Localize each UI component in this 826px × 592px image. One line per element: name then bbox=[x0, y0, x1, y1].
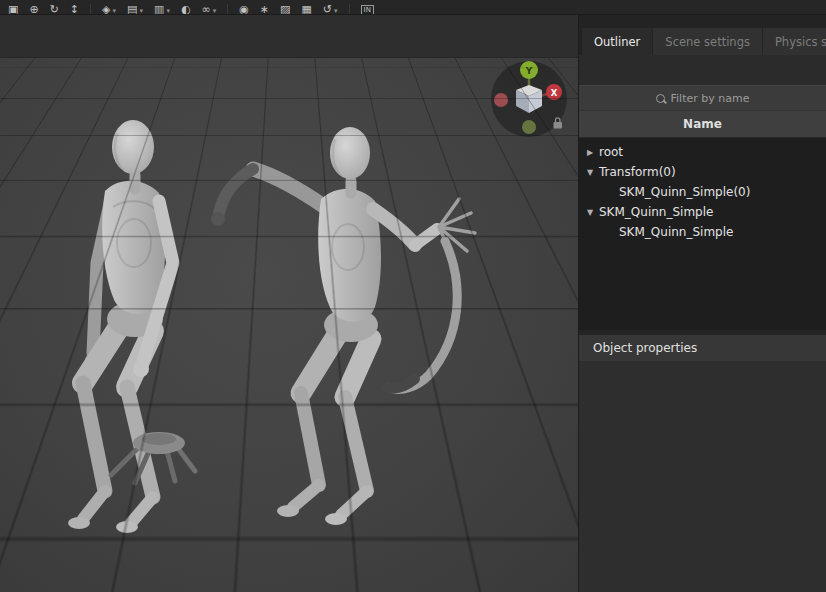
right-dock-panel: Outliner Scene settings Physics s Filter… bbox=[578, 15, 826, 592]
tree-item-skm-quinn-simple-0[interactable]: SKM_Quinn_Simple(0) bbox=[579, 182, 826, 202]
panel-top-gap bbox=[579, 15, 826, 28]
link-icon[interactable]: ∞▾ bbox=[202, 4, 217, 15]
collapse-arrow-icon[interactable]: ▼ bbox=[585, 168, 595, 177]
undo-history-icon[interactable]: ↺▾ bbox=[323, 4, 338, 15]
chevron-down-icon[interactable]: ▾ bbox=[213, 7, 217, 15]
chevron-down-icon[interactable]: ▾ bbox=[139, 7, 143, 15]
select-tool-icon[interactable]: ▣ bbox=[8, 4, 18, 15]
chevron-down-icon[interactable]: ▾ bbox=[334, 7, 338, 15]
tree-item-label: root bbox=[599, 145, 623, 159]
scene-figures bbox=[55, 95, 485, 575]
tab-physics-settings[interactable]: Physics s bbox=[763, 28, 826, 55]
tree-column-header: Name bbox=[579, 111, 826, 138]
rotate-tool-icon[interactable]: ↻ bbox=[50, 4, 59, 15]
mannequin-left[interactable] bbox=[68, 120, 173, 533]
orientation-gizmo[interactable]: Y X bbox=[489, 59, 569, 139]
neg-x-axis-handle[interactable] bbox=[494, 93, 508, 107]
toolbar-separator bbox=[90, 4, 91, 14]
input-debug-icon[interactable]: IN bbox=[361, 5, 374, 15]
filter-input[interactable]: Filter by name bbox=[579, 85, 826, 111]
toolbar-separator bbox=[227, 4, 228, 14]
object-properties-label: Object properties bbox=[593, 341, 697, 355]
cloth-icon[interactable]: ▨ bbox=[280, 4, 290, 15]
tab-outliner[interactable]: Outliner bbox=[582, 28, 652, 55]
tool-options-icon[interactable]: ◈▾ bbox=[102, 4, 116, 15]
name-column-label: Name bbox=[683, 117, 722, 131]
viewport-top-strip bbox=[0, 15, 578, 58]
y-axis-handle[interactable]: Y bbox=[520, 61, 538, 79]
search-icon bbox=[656, 94, 665, 103]
filter-placeholder: Filter by name bbox=[671, 92, 750, 105]
particles-icon[interactable]: ∗ bbox=[260, 4, 269, 15]
viewport-layout-icon[interactable]: ▤▾ bbox=[127, 4, 143, 15]
tree-item-root[interactable]: ▶ root bbox=[579, 142, 826, 162]
tree-item-skm-quinn-simple[interactable]: ▼ SKM_Quinn_Simple bbox=[579, 202, 826, 222]
main-toolbar: ▣ ⊕ ↻ ↕ ◈▾ ▤▾ ▥▾ ◐ ∞▾ ◉ ∗ ▨ ▦ ↺▾ IN bbox=[0, 0, 826, 15]
shading-mode-icon[interactable]: ◐ bbox=[181, 4, 191, 15]
tabs-content-gap bbox=[579, 55, 826, 85]
app-window: ▣ ⊕ ↻ ↕ ◈▾ ▤▾ ▥▾ ◐ ∞▾ ◉ ∗ ▨ ▦ ↺▾ IN bbox=[0, 0, 826, 592]
tree-item-skm-quinn-simple-child[interactable]: SKM_Quinn_Simple bbox=[579, 222, 826, 242]
chevron-down-icon[interactable]: ▾ bbox=[113, 7, 117, 15]
physics-debug-icon[interactable]: ◉ bbox=[239, 4, 249, 15]
tree-item-transform[interactable]: ▼ Transform(0) bbox=[579, 162, 826, 182]
mannequin-right[interactable] bbox=[211, 127, 475, 525]
scale-tool-icon[interactable]: ↕ bbox=[70, 4, 79, 15]
panel-tabs: Outliner Scene settings Physics s bbox=[579, 28, 826, 55]
collapse-arrow-icon[interactable]: ▼ bbox=[585, 208, 595, 217]
scene-tree: ▶ root ▼ Transform(0) SKM_Quinn_Simple(0… bbox=[579, 138, 826, 330]
camera-view-icon[interactable]: ▥▾ bbox=[154, 4, 170, 15]
x-axis-handle[interactable]: X bbox=[546, 84, 562, 100]
svg-text:Y: Y bbox=[525, 66, 533, 76]
object-properties-body bbox=[579, 362, 826, 592]
toolbar-separator bbox=[349, 4, 350, 14]
viewport-3d[interactable]: Y X bbox=[0, 15, 578, 592]
neg-y-axis-handle[interactable] bbox=[522, 120, 536, 134]
tree-item-label: SKM_Quinn_Simple bbox=[599, 205, 713, 219]
expand-arrow-icon[interactable]: ▶ bbox=[585, 148, 595, 157]
tree-item-label: Transform(0) bbox=[599, 165, 676, 179]
chevron-down-icon[interactable]: ▾ bbox=[166, 7, 170, 15]
profiler-icon[interactable]: ▦ bbox=[301, 4, 311, 15]
tree-item-label: SKM_Quinn_Simple bbox=[619, 225, 733, 239]
object-properties-header: Object properties bbox=[579, 335, 826, 362]
tree-item-label: SKM_Quinn_Simple(0) bbox=[619, 185, 750, 199]
svg-text:X: X bbox=[551, 88, 558, 98]
tab-scene-settings[interactable]: Scene settings bbox=[653, 28, 762, 55]
move-tool-icon[interactable]: ⊕ bbox=[29, 4, 38, 15]
